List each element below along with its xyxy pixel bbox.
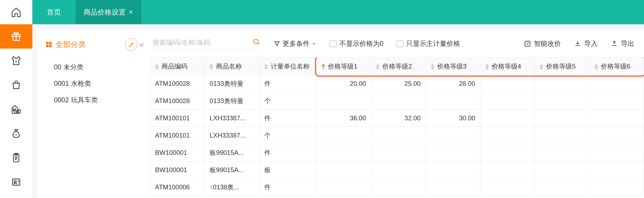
- tab-price-setting[interactable]: 商品价格设置 ✕: [76, 0, 141, 24]
- cell-p2[interactable]: [371, 127, 426, 144]
- table-row[interactable]: ATM100006↑0138奥...件: [150, 179, 644, 196]
- col-p6[interactable]: 价格等级6: [589, 58, 644, 75]
- cell-p1[interactable]: [317, 127, 371, 144]
- cell-p2[interactable]: [371, 179, 426, 196]
- cell-code[interactable]: ATM100101: [150, 127, 205, 144]
- cell-code[interactable]: ATM100101: [150, 110, 205, 127]
- cell-code[interactable]: BW100001: [150, 144, 205, 161]
- cell-name[interactable]: 0133奥特曼: [205, 92, 259, 110]
- collapse-sidebar-button[interactable]: «: [139, 40, 144, 49]
- cell-p6[interactable]: [589, 161, 644, 179]
- cell-name[interactable]: ↑0138奥...: [205, 179, 259, 196]
- category-item[interactable]: 0002 玩具车类: [38, 92, 143, 108]
- cell-p3[interactable]: [426, 127, 480, 144]
- search-icon[interactable]: [252, 38, 261, 47]
- edit-category-button[interactable]: [125, 38, 138, 51]
- cell-p1[interactable]: [317, 92, 371, 110]
- col-p3[interactable]: 价格等级3: [426, 58, 480, 75]
- cell-uom[interactable]: 板: [259, 161, 316, 179]
- cell-name[interactable]: 0133奥特曼: [205, 75, 259, 92]
- cell-uom[interactable]: 个: [259, 127, 316, 144]
- cell-p5[interactable]: [535, 179, 589, 196]
- cell-uom[interactable]: 件: [259, 144, 316, 161]
- cell-name[interactable]: 板99015A...: [205, 161, 259, 179]
- cell-p5[interactable]: [535, 161, 589, 179]
- table-row[interactable]: BW100001板99015A...件: [150, 144, 644, 161]
- nav-contact[interactable]: [0, 170, 32, 194]
- cell-code[interactable]: BW100001: [150, 161, 205, 179]
- checkbox-hide-zero[interactable]: 不显示价格为0: [330, 39, 383, 48]
- cell-p4[interactable]: [480, 161, 535, 179]
- table-row[interactable]: ATM100101LXH33387...件36.0032.0030.00: [150, 110, 644, 127]
- cell-p4[interactable]: [480, 144, 535, 161]
- close-icon[interactable]: ✕: [128, 9, 133, 16]
- cell-p3[interactable]: [426, 179, 480, 196]
- cell-p3[interactable]: [426, 144, 480, 161]
- cell-p4[interactable]: [480, 179, 535, 196]
- col-uom[interactable]: 计量单位名称: [259, 58, 316, 75]
- cell-p3[interactable]: 28.00: [426, 75, 480, 92]
- cell-p1[interactable]: [317, 144, 371, 161]
- col-name[interactable]: 商品名称: [205, 58, 259, 75]
- cell-p1[interactable]: 20.00: [317, 75, 371, 92]
- cell-p2[interactable]: [371, 92, 426, 110]
- cell-p6[interactable]: [589, 110, 644, 127]
- cell-p6[interactable]: [589, 179, 644, 196]
- nav-money-bag[interactable]: ¥: [0, 121, 32, 146]
- cell-p5[interactable]: [535, 110, 589, 127]
- cell-name[interactable]: LXH33387...: [205, 110, 259, 127]
- search-input[interactable]: [153, 39, 252, 46]
- cell-uom[interactable]: 件: [259, 179, 316, 196]
- category-item[interactable]: 00 未分类: [38, 59, 143, 75]
- smart-edit-button[interactable]: 智能改价: [524, 39, 561, 48]
- cell-name[interactable]: 板99015A...: [205, 144, 259, 161]
- cell-p3[interactable]: [426, 92, 480, 110]
- nav-bag[interactable]: [0, 73, 32, 97]
- cell-p1[interactable]: [317, 179, 371, 196]
- cell-p1[interactable]: [317, 161, 371, 179]
- cell-p6[interactable]: [589, 92, 644, 110]
- cell-p3[interactable]: 30.00: [426, 110, 480, 127]
- table-row[interactable]: ATM1000280133奥特曼个: [150, 92, 644, 110]
- cell-p2[interactable]: [371, 161, 426, 179]
- import-button[interactable]: 导入: [574, 39, 598, 48]
- export-button[interactable]: 导出: [611, 39, 634, 48]
- cell-uom[interactable]: 件: [259, 110, 316, 127]
- cell-code[interactable]: ATM100006: [150, 179, 205, 196]
- cell-code[interactable]: ATM100028: [150, 92, 205, 110]
- cell-p5[interactable]: [535, 92, 589, 110]
- cell-p5[interactable]: [535, 75, 589, 92]
- cell-uom[interactable]: 件: [259, 75, 316, 92]
- cell-p5[interactable]: [535, 144, 589, 161]
- col-p2[interactable]: 价格等级2: [371, 58, 426, 75]
- cell-code[interactable]: ATM100028: [150, 75, 205, 92]
- nav-gift[interactable]: [0, 24, 32, 49]
- category-item[interactable]: 0001 水枪类: [38, 75, 143, 92]
- cell-uom[interactable]: 个: [259, 92, 316, 110]
- cell-p5[interactable]: [535, 127, 589, 144]
- cell-p1[interactable]: 36.00: [317, 110, 371, 127]
- cell-name[interactable]: LXH33387...: [205, 127, 259, 144]
- cell-p4[interactable]: [480, 110, 535, 127]
- table-row[interactable]: ATM1000280133奥特曼件20.0025.0028.00: [150, 75, 644, 92]
- col-p5[interactable]: 价格等级5: [535, 58, 589, 75]
- cell-p4[interactable]: [480, 92, 535, 110]
- nav-shirt[interactable]: $: [0, 49, 32, 73]
- cell-p6[interactable]: [589, 144, 644, 161]
- cell-p3[interactable]: [426, 161, 480, 179]
- table-row[interactable]: BW100001板99015A...板: [150, 161, 644, 179]
- cell-p2[interactable]: [371, 144, 426, 161]
- tab-home[interactable]: 首页: [32, 0, 76, 24]
- cell-p6[interactable]: [589, 75, 644, 92]
- col-p4[interactable]: 价格等级4: [480, 58, 535, 75]
- table-row[interactable]: ATM100101LXH33387...个: [150, 127, 644, 144]
- col-code[interactable]: 商品编码: [150, 58, 205, 75]
- nav-clipboard[interactable]: [0, 146, 32, 170]
- col-p1[interactable]: 价格等级1: [317, 58, 371, 75]
- cell-p4[interactable]: [480, 75, 535, 92]
- more-filter-button[interactable]: 更多条件: [273, 39, 317, 48]
- cell-p4[interactable]: [480, 127, 535, 144]
- cell-p6[interactable]: [589, 127, 644, 144]
- nav-building[interactable]: [0, 97, 32, 121]
- checkbox-main-uom[interactable]: 只显示主计量价格: [396, 39, 460, 48]
